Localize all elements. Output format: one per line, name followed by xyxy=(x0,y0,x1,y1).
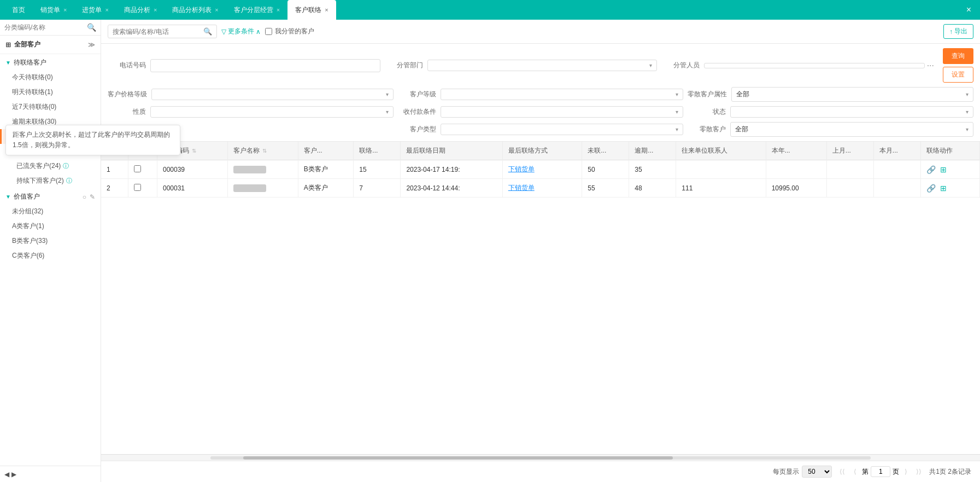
nav-home[interactable]: 首页 xyxy=(4,0,33,20)
settings-icon[interactable]: ✎ xyxy=(90,193,95,201)
my-customers-checkbox[interactable] xyxy=(265,28,272,35)
cell-checkbox[interactable] xyxy=(128,160,157,179)
more-filters-btn[interactable]: ▽ 更多条件 ∧ xyxy=(221,27,261,36)
customer-grade-select[interactable]: ▾ xyxy=(441,89,684,100)
pending-group-title[interactable]: ▼ 待联络客户 xyxy=(0,54,101,70)
action-icons-2: 🔗 ⊞ xyxy=(926,184,974,193)
chevron-down-icon-9: ▾ xyxy=(966,126,969,132)
cell-checkbox[interactable] xyxy=(128,179,157,198)
qr-icon-1[interactable]: ⊞ xyxy=(940,165,947,174)
edit-icon[interactable]: ○ xyxy=(83,193,86,201)
cell-type: A类客户 xyxy=(298,179,354,198)
row-checkbox-2[interactable] xyxy=(134,184,141,191)
sidebar-item-churned[interactable]: 已流失客户(24) ⓘ xyxy=(0,159,101,173)
nav-product-analysis[interactable]: 商品分析 × xyxy=(116,0,165,20)
triangle-icon: ▼ xyxy=(5,60,11,66)
chevron-down-icon-4: ▾ xyxy=(966,91,969,97)
nav-customer-layer[interactable]: 客户分层经营 × xyxy=(226,0,287,20)
table-row: 2 000031 A类客户 7 2023-04-12 14:44: 下销货单 5… xyxy=(101,179,980,198)
manager-select[interactable] xyxy=(704,63,924,68)
sidebar-search-input[interactable] xyxy=(4,24,87,31)
first-page-btn[interactable]: ⟨⟨ xyxy=(836,467,848,477)
sidebar-item-declining[interactable]: 持续下滑客户(2) ⓘ xyxy=(0,173,101,188)
sidebar-item-a-class[interactable]: A类客户(1) xyxy=(0,219,101,234)
link-icon-1[interactable]: 🔗 xyxy=(926,165,936,174)
cell-this-month xyxy=(873,160,920,179)
horizontal-scrollbar[interactable] xyxy=(101,454,980,461)
next-page-btn-pg[interactable]: ⟩ xyxy=(901,467,911,477)
sidebar-item-tomorrow[interactable]: 明天待联络(1) xyxy=(0,85,101,100)
adv-scatter-customer-field: 零散客户 全部 ▾ xyxy=(688,122,973,137)
export-button[interactable]: ↑ 导出 xyxy=(943,24,973,39)
scatter-customer-select[interactable]: 全部 ▾ xyxy=(730,122,973,137)
sidebar-item-today[interactable]: 今天待联络(0) xyxy=(0,70,101,85)
page-number-input[interactable] xyxy=(871,466,890,477)
cell-overdue: 48 xyxy=(629,179,676,198)
query-button[interactable]: 查询 xyxy=(943,48,973,64)
search-icon[interactable]: 🔍 xyxy=(87,23,96,32)
chevron-up-icon: ∧ xyxy=(256,28,261,36)
phone-input[interactable] xyxy=(150,59,380,72)
close-icon[interactable]: × xyxy=(277,7,280,13)
close-icon[interactable]: × xyxy=(215,7,218,13)
adv-row-4: ··· 客户类型 ▾ 零散客户 全部 ▾ xyxy=(108,122,973,137)
next-page-btn[interactable]: ▶ xyxy=(11,471,16,478)
link-last-method-1[interactable]: 下销货单 xyxy=(508,165,535,173)
row-checkbox-1[interactable] xyxy=(134,165,141,172)
cell-name xyxy=(227,179,298,198)
prev-page-btn[interactable]: ◀ xyxy=(4,471,9,478)
nav-customer-contact[interactable]: 客户联络 × xyxy=(287,0,336,20)
close-icon[interactable]: × xyxy=(105,7,108,13)
payment-select[interactable]: ▾ xyxy=(441,106,684,118)
customer-type-select[interactable]: ▾ xyxy=(441,124,684,135)
nav-product-analysis-list[interactable]: 商品分析列表 × xyxy=(165,0,226,20)
th-name[interactable]: 客户名称 ⇅ xyxy=(227,142,298,160)
sidebar-all-customers[interactable]: ⊞ 全部客户 ≫ xyxy=(0,36,101,54)
prev-page-btn-pg[interactable]: ⟨ xyxy=(850,467,860,477)
nav-sales-order[interactable]: 销货单 × xyxy=(33,0,74,20)
th-contacts: 往来单位联系人 xyxy=(676,142,766,160)
link-icon-2[interactable]: 🔗 xyxy=(926,184,936,193)
table-body: 1 000039 B类客户 15 2023-04-17 14:19: 下销货单 … xyxy=(101,160,980,198)
sidebar-item-ungrouped[interactable]: 未分组(32) xyxy=(0,204,101,219)
search-icon-filter[interactable]: 🔍 xyxy=(203,27,212,36)
window-close-button[interactable]: × xyxy=(962,5,976,15)
customer-table: ⚙ 客户编码 ⇅ 客户名称 ⇅ xyxy=(101,142,980,198)
filter-search-input[interactable] xyxy=(113,28,203,36)
qr-icon-2[interactable]: ⊞ xyxy=(940,184,947,193)
close-icon[interactable]: × xyxy=(154,7,157,13)
page-nav-buttons: ⟨⟨ ⟨ 第 页 ⟩ ⟩⟩ xyxy=(836,466,925,477)
cell-last-date: 2023-04-17 14:19: xyxy=(401,160,502,179)
settings-button[interactable]: 设置 xyxy=(943,67,973,83)
close-icon[interactable]: × xyxy=(325,7,328,13)
sidebar-item-b-class[interactable]: B类客户(33) xyxy=(0,234,101,248)
th-contact: 联络... xyxy=(354,142,401,160)
close-icon[interactable]: × xyxy=(63,7,67,13)
nav-purchase-order[interactable]: 进货单 × xyxy=(74,0,116,20)
status-select[interactable]: ▾ xyxy=(730,106,973,118)
price-grade-select[interactable]: ▾ xyxy=(151,89,394,100)
collapse-icon[interactable]: ≫ xyxy=(88,41,95,49)
cell-last-method[interactable]: 下销货单 xyxy=(502,160,582,179)
cell-index: 1 xyxy=(101,160,128,179)
sidebar-search-area: 🔍 xyxy=(0,20,101,36)
cell-last-method[interactable]: 下销货单 xyxy=(502,179,582,198)
cell-pending: 50 xyxy=(582,160,629,179)
scrollbar-track[interactable] xyxy=(210,456,871,460)
sidebar-item-c-class[interactable]: C类客户(6) xyxy=(0,248,101,263)
dept-select[interactable]: ▾ xyxy=(427,60,658,71)
chevron-down-icon-3: ▾ xyxy=(676,91,678,97)
scrollbar-thumb[interactable] xyxy=(243,456,672,460)
per-page-select[interactable]: 50 100 200 xyxy=(802,466,832,478)
table-header-row: ⚙ 客户编码 ⇅ 客户名称 ⇅ xyxy=(101,142,980,160)
sidebar-item-7days[interactable]: 近7天待联络(0) xyxy=(0,100,101,114)
last-page-btn[interactable]: ⟩⟩ xyxy=(913,467,925,477)
ellipsis-icon[interactable]: ··· xyxy=(927,61,934,71)
total-records: 共1页 2条记录 xyxy=(929,467,971,477)
link-last-method-2[interactable]: 下销货单 xyxy=(508,184,535,191)
content-area: 🔍 ▽ 更多条件 ∧ 我分管的客户 ↑ 导出 xyxy=(101,20,980,482)
filter-icon: ▽ xyxy=(221,28,226,36)
nature-select[interactable]: ▾ xyxy=(150,106,394,118)
scatter-attr-select[interactable]: 全部 ▾ xyxy=(731,87,973,102)
value-group-title[interactable]: ▼ 价值客户 ○ ✎ xyxy=(0,188,101,204)
